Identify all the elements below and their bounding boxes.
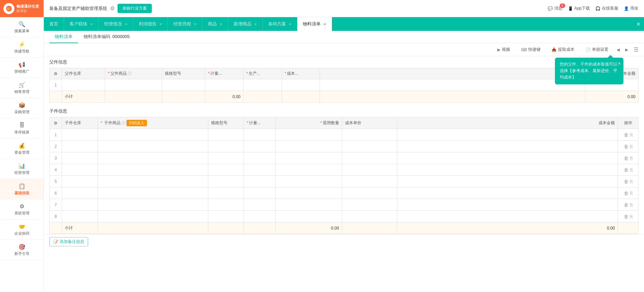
sidebar-item-search[interactable]: 🔍 搜索菜单 [0, 17, 44, 37]
scan-button[interactable]: 扫码录入 [126, 120, 147, 126]
trial-button[interactable]: 体验行业方案 [117, 4, 152, 13]
delete-icon-4[interactable]: 🗑 [624, 167, 629, 173]
message-item[interactable]: 💬 消息 6 [548, 5, 562, 11]
child-row-5-quantity[interactable] [276, 176, 342, 187]
child-row-5-goods[interactable] [98, 176, 208, 187]
child-row-7-unit-cost[interactable] [342, 199, 397, 211]
user-item[interactable]: 👤 用友 [624, 5, 639, 11]
toolbar-list-icon[interactable]: ☰ [634, 46, 639, 53]
copy-icon-4[interactable]: ⎘ [630, 167, 633, 173]
service-item[interactable]: 🎧 在线客服 [595, 5, 618, 11]
child-row-2-spec[interactable] [208, 141, 244, 152]
parent-row-1-produce[interactable] [243, 79, 282, 91]
child-row-8-quantity[interactable] [276, 211, 342, 222]
sidebar-item-enterprise[interactable]: 🤝 企业协同 [0, 220, 44, 240]
sidebar-item-sales[interactable]: 🛒 销售管理 [0, 78, 44, 98]
child-row-5-spec[interactable] [208, 176, 244, 187]
tooltip-close-btn[interactable]: × [618, 60, 621, 67]
parent-row-1-spec[interactable] [162, 79, 205, 91]
child-row-7-spec[interactable] [208, 199, 244, 211]
copy-icon-3[interactable]: ⎘ [630, 155, 633, 161]
sidebar-item-operation[interactable]: 📊 经营管理 [0, 159, 44, 179]
tab-new-goods[interactable]: 新增商品✕ [228, 17, 263, 31]
child-row-1-unit[interactable] [244, 129, 276, 141]
child-row-7-quantity[interactable] [276, 199, 342, 211]
delete-icon-6[interactable]: 🗑 [624, 190, 629, 196]
child-row-7-unit[interactable] [244, 199, 276, 211]
copy-icon-1[interactable]: ⎘ [630, 132, 633, 138]
extract-cost-btn[interactable]: 📥 提取成本 [549, 45, 577, 54]
child-row-3-unit[interactable] [244, 152, 276, 164]
child-row-2-unit[interactable] [244, 141, 276, 152]
child-row-5-unit-cost[interactable] [342, 176, 397, 187]
child-row-7-warehouse[interactable] [62, 199, 98, 211]
child-row-1-goods[interactable] [98, 129, 208, 141]
delete-icon-2[interactable]: 🗑 [624, 144, 629, 149]
tab-barcode-close[interactable]: ✕ [289, 22, 292, 26]
child-row-4-quantity[interactable] [276, 164, 342, 176]
child-row-5-warehouse[interactable] [62, 176, 98, 187]
sub-tab-bom-code[interactable]: 物料清单编码 0000005 [78, 31, 135, 43]
copy-icon-7[interactable]: ⎘ [630, 202, 633, 208]
add-note-btn[interactable]: 📝 添加备注信息 [49, 237, 88, 246]
child-row-1-quantity[interactable] [276, 129, 342, 141]
nav-all-close[interactable]: ✕ [636, 21, 641, 27]
tab-goods-close[interactable]: ✕ [220, 22, 222, 26]
copy-icon-8[interactable]: ⎘ [630, 214, 633, 219]
sidebar-item-system[interactable]: ⚙ 系统管理 [0, 199, 44, 220]
child-row-2-unit-cost[interactable] [342, 141, 397, 152]
child-row-3-spec[interactable] [208, 152, 244, 164]
delete-icon-7[interactable]: 🗑 [624, 202, 629, 208]
child-row-6-unit-cost[interactable] [342, 187, 397, 199]
sidebar-item-marketing[interactable]: 📢 营销推广 [0, 58, 44, 78]
tab-customer[interactable]: 客户联络✕ [64, 17, 99, 31]
child-row-4-unit-cost[interactable] [342, 164, 397, 176]
settings-icon[interactable]: ⚙ [110, 5, 115, 12]
app-download-item[interactable]: 📱 App下载 [568, 5, 590, 11]
tab-bom[interactable]: 物料清单✕ [297, 17, 332, 31]
parent-row-1-unit[interactable] [205, 79, 244, 91]
tab-goods[interactable]: 商品✕ [202, 17, 228, 31]
child-row-8-spec[interactable] [208, 211, 244, 222]
child-row-1-spec[interactable] [208, 129, 244, 141]
child-row-6-spec[interactable] [208, 187, 244, 199]
delete-icon-3[interactable]: 🗑 [624, 155, 629, 161]
shortcut-btn[interactable]: ⌨ 快捷键 [518, 45, 543, 54]
child-row-1-warehouse[interactable] [62, 129, 98, 141]
child-row-8-goods[interactable] [98, 211, 208, 222]
child-row-3-goods[interactable] [98, 152, 208, 164]
child-row-5-unit[interactable] [244, 176, 276, 187]
tab-new-goods-close[interactable]: ✕ [254, 22, 257, 26]
child-row-8-unit[interactable] [244, 211, 276, 222]
sidebar-item-guide[interactable]: 🎯 新手引导 [0, 240, 44, 260]
child-row-2-warehouse[interactable] [62, 141, 98, 152]
tab-history[interactable]: 经营历程✕ [168, 17, 202, 31]
tab-customer-close[interactable]: ✕ [90, 22, 93, 26]
parent-row-1-warehouse[interactable] [62, 79, 105, 91]
sub-tab-bom-list[interactable]: 物料清单 [49, 31, 78, 43]
delete-icon-1[interactable]: 🗑 [624, 132, 629, 138]
child-row-3-warehouse[interactable] [62, 152, 98, 164]
child-row-6-unit[interactable] [244, 187, 276, 199]
copy-icon-2[interactable]: ⎘ [630, 144, 633, 149]
tab-bom-close[interactable]: ✕ [323, 22, 326, 26]
toolbar-prev-icon[interactable]: ◀ [617, 47, 620, 52]
copy-icon-5[interactable]: ⎘ [630, 179, 633, 184]
child-row-8-unit-cost[interactable] [342, 211, 397, 222]
child-row-4-unit[interactable] [244, 164, 276, 176]
child-row-4-warehouse[interactable] [62, 164, 98, 176]
toolbar-next-icon[interactable]: ▶ [625, 47, 628, 52]
sidebar-item-purchase[interactable]: 📦 采购管理 [0, 98, 44, 118]
child-row-7-goods[interactable] [98, 199, 208, 211]
child-row-2-quantity[interactable] [276, 141, 342, 152]
child-row-4-goods[interactable] [98, 164, 208, 176]
single-settings-btn[interactable]: 📄 单据设置 [583, 45, 611, 54]
tab-profit-close[interactable]: ✕ [159, 22, 162, 26]
child-row-6-quantity[interactable] [276, 187, 342, 199]
child-row-2-goods[interactable] [98, 141, 208, 152]
tab-operation[interactable]: 经营情况✕ [99, 17, 133, 31]
child-row-6-goods[interactable] [98, 187, 208, 199]
child-row-6-warehouse[interactable] [62, 187, 98, 199]
child-row-4-spec[interactable] [208, 164, 244, 176]
tab-barcode[interactable]: 条码方案✕ [263, 17, 297, 31]
